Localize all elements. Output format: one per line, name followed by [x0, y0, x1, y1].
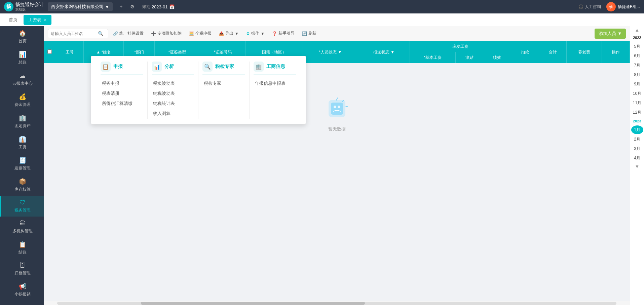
section-title-analysis: 分析	[164, 64, 174, 70]
dropdown-item-tax-report[interactable]: 税务申报	[101, 78, 143, 88]
th-total: 合计	[539, 41, 567, 63]
panel-nav-up[interactable]: ▲	[631, 26, 643, 34]
sidebar-item-settings[interactable]: ⚙ 基础设置	[0, 301, 44, 305]
month-2023-03[interactable]: 3月	[631, 144, 643, 153]
tab-home[interactable]: 首页	[4, 15, 22, 25]
closing-icon: 📋	[19, 241, 26, 248]
sidebar-item-multi-org[interactable]: 🏛 多机构管理	[0, 217, 44, 237]
sidebar-archive-label: 归档管理	[14, 270, 31, 276]
dropdown-item-income-tax[interactable]: 所得税汇算清缴	[101, 99, 143, 109]
sidebar-item-funds[interactable]: 💰 资金管理	[0, 90, 44, 111]
sidebar-item-salary[interactable]: 👔 工资	[0, 132, 44, 153]
section-icon-analysis: 📊	[152, 62, 162, 72]
th-allowance: 津贴	[455, 52, 483, 63]
service-label: 人工咨询	[585, 4, 601, 10]
th-pension: 养老费	[567, 41, 602, 63]
tax-report-label: 个税申报	[195, 31, 212, 36]
guide-btn[interactable]: ❓ 新手引导	[270, 31, 297, 36]
settings-icon-btn[interactable]: ⚙	[128, 2, 137, 11]
sidebar-item-archive[interactable]: 🗄 归档管理	[0, 259, 44, 279]
month-2023-01[interactable]: 1月	[631, 125, 643, 134]
dropdown-item-tax-payment[interactable]: 纳税波动表	[152, 88, 194, 99]
dropdown-item-tax-register[interactable]: 税表清册	[101, 88, 143, 99]
deduction-label: 专项附加扣除	[157, 31, 182, 36]
section-header-taxcheck: 🔍 税检专家	[202, 62, 245, 75]
refresh-icon: 🔄	[302, 31, 307, 36]
headset-icon: 🎧	[578, 4, 583, 9]
section-title-taxcheck: 税检专家	[215, 64, 234, 70]
sidebar-funds-label: 资金管理	[14, 102, 31, 108]
company-selector[interactable]: 西安虾米网络科技有限公司 ▼	[48, 2, 113, 11]
search-input[interactable]	[51, 31, 98, 36]
top-bar: 畅 畅捷通好会计 旗舰版 西安虾米网络科技有限公司 ▼ ＋ ⚙ 账期 2023-…	[0, 0, 644, 13]
add-icon-btn[interactable]: ＋	[117, 2, 125, 11]
year-2023-label: 2023	[633, 117, 641, 125]
tab-salary-label: 工资表	[28, 17, 41, 23]
refresh-btn[interactable]: 🔄 刷新	[300, 31, 318, 36]
dropdown-item-tax-burden[interactable]: 税负波动表	[152, 78, 194, 88]
th-staff-status[interactable]: *人员状态 ▼	[303, 41, 358, 63]
th-deductions: 扣款	[511, 41, 539, 63]
guide-label: 新手引导	[278, 31, 295, 36]
salary-icon: 👔	[19, 136, 26, 143]
th-payable-wages: 应发工资	[410, 41, 511, 52]
operation-btn[interactable]: ⚙ 操作 ▼	[244, 31, 267, 36]
expense-icon: 📢	[19, 283, 26, 290]
select-all-checkbox[interactable]	[47, 49, 52, 54]
panel-nav-down[interactable]: ▼	[631, 163, 643, 170]
month-2022-11[interactable]: 11月	[631, 99, 643, 107]
th-operations: 操作	[602, 41, 630, 63]
scroll-bar-area	[44, 301, 630, 305]
sidebar-item-home[interactable]: 🏠 首页	[0, 26, 44, 47]
month-2022-08[interactable]: 8月	[631, 70, 643, 79]
sidebar-item-expense[interactable]: 📢 小畅报销	[0, 279, 44, 301]
sidebar-item-ledger[interactable]: 📊 总账	[0, 47, 44, 69]
scroll-bar-thumb[interactable]	[141, 302, 365, 305]
month-2023-02[interactable]: 2月	[631, 135, 643, 144]
month-2022-07[interactable]: 7月	[631, 61, 643, 70]
th-report-status[interactable]: 报送状态 ▼	[358, 41, 410, 63]
tax-report-btn[interactable]: 🧮 个税申报	[187, 31, 214, 36]
user-name: 畅捷通B组...	[618, 4, 640, 10]
tab-salary-close[interactable]: ✕	[43, 17, 47, 22]
sidebar-item-cloud[interactable]: ☁ 云报表中心	[0, 69, 44, 90]
dropdown-item-tax-stats[interactable]: 纳税统计表	[152, 99, 194, 109]
sidebar-item-assets[interactable]: 🏢 固定资产	[0, 111, 44, 132]
user-info[interactable]: 畅 畅捷通B组...	[606, 2, 640, 11]
section-icon-business: 🏢	[254, 62, 264, 72]
th-checkbox[interactable]	[44, 41, 56, 63]
month-2022-12[interactable]: 12月	[631, 108, 643, 117]
sidebar-item-closing[interactable]: 📋 结账	[0, 237, 44, 259]
deduction-btn[interactable]: ➕ 专项附加扣除	[149, 31, 184, 36]
dropdown-item-income-calc[interactable]: 收入测算	[152, 109, 194, 119]
month-2022-05[interactable]: 5月	[631, 42, 643, 51]
service-btn[interactable]: 🎧 人工咨询	[578, 4, 601, 10]
sidebar-item-tax[interactable]: 🛡 税务管理	[0, 196, 44, 217]
export-btn[interactable]: 📤 导出 ▼	[217, 31, 241, 36]
sidebar-expense-label: 小畅报销	[14, 292, 31, 297]
sidebar: 🏠 首页 📊 总账 ☁ 云报表中心 💰 资金管理 🏢 固定资产 👔 工资 🧾 发…	[0, 26, 44, 305]
dropdown-item-taxcheck[interactable]: 税检专家	[202, 78, 245, 88]
section-title-report: 申报	[113, 64, 123, 70]
month-2022-06[interactable]: 6月	[631, 51, 643, 60]
section-header-report: 📋 申报	[101, 62, 143, 75]
calendar-icon[interactable]: 📅	[169, 4, 175, 9]
month-2022-09[interactable]: 9月	[631, 80, 643, 88]
operation-arrow: ▼	[261, 31, 265, 36]
operation-label: 操作	[251, 31, 259, 36]
social-insurance-btn[interactable]: 🔗 统一社保设置	[111, 31, 146, 36]
dropdown-item-annual-report[interactable]: 年报信息申报表	[254, 78, 297, 88]
month-2022-10[interactable]: 10月	[631, 89, 643, 98]
add-person-label: 添加人员	[599, 31, 616, 37]
month-2023-04[interactable]: 4月	[631, 154, 643, 162]
social-label: 统一社保设置	[119, 31, 144, 36]
dropdown-section-report: 📋 申报 税务申报 税表清册 所得税汇算清缴	[97, 62, 148, 119]
top-right: 🎧 人工咨询 畅 畅捷通B组...	[578, 2, 640, 11]
home-icon: 🏠	[19, 30, 26, 37]
add-person-button[interactable]: 添加人员 ▼	[595, 29, 626, 39]
tab-salary[interactable]: 工资表 ✕	[24, 15, 51, 25]
sidebar-item-invoice[interactable]: 🧾 发票管理	[0, 153, 44, 175]
sidebar-item-inventory[interactable]: 📦 库存核算	[0, 175, 44, 196]
sidebar-tax-label: 税务管理	[14, 207, 31, 213]
report-status-filter-icon: ▼	[390, 50, 394, 54]
